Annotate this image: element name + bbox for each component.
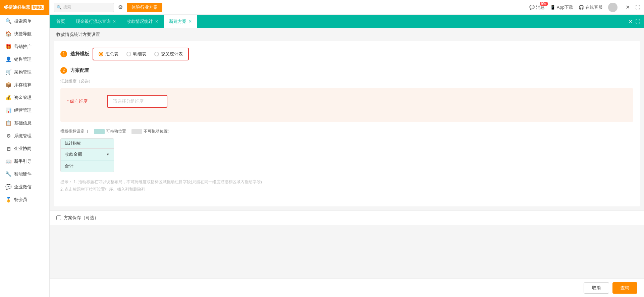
tip-1-text: 提示： 1. 拖动标题栏可以调整布局，不可跨维度或指标区域拖动栏目字段(只能在同… <box>60 179 262 186</box>
query-button[interactable]: 查询 <box>612 282 637 294</box>
sidebar-item-member[interactable]: 🏅 畅会员 <box>0 193 49 206</box>
sidebar-item-purchase[interactable]: 🛒 采购管理 <box>0 66 49 79</box>
user-icon: 👤 <box>5 56 11 62</box>
online-service-btn[interactable]: 🎧 在线客服 <box>579 4 603 10</box>
industry-btn[interactable]: 体验行业方案 <box>127 3 162 12</box>
radio-cross[interactable]: 交叉统计表 <box>154 51 183 57</box>
topbar-right: 💬 消息 99+ 📱 App下载 🎧 在线客服 ✕ ⛶ <box>529 3 640 12</box>
radio-detail[interactable]: 明细表 <box>126 51 146 57</box>
cart-icon: 🛒 <box>5 69 11 75</box>
tip-2-text: 2. 点击标题栏下拉可设置排序、插入列和删除列 <box>60 186 145 193</box>
main-card: 1 选择模板 汇总表 明细表 <box>54 41 640 206</box>
hint-draggable-label: 可拖动位置 <box>106 129 126 134</box>
save-label: 方案保存（可选） <box>64 215 99 221</box>
sidebar-item-system[interactable]: ⚙ 系统管理 <box>0 130 49 142</box>
step1-title: 选择模板 <box>70 51 89 57</box>
tip-line-2: 2. 点击标题栏下拉可设置排序、插入列和删除列 <box>60 186 633 193</box>
logo-text: 畅捷通好生意 <box>4 5 30 10</box>
sidebar-item-inventory[interactable]: 📦 库存核算 <box>0 79 49 91</box>
dimension-selector[interactable]: 请选择分组维度 <box>107 95 167 108</box>
tab-cashflow-close[interactable]: ✕ <box>113 19 116 24</box>
message-btn[interactable]: 💬 消息 99+ <box>529 4 545 10</box>
topbar-search[interactable]: 🔍 搜索 <box>54 3 114 12</box>
radio-cross-circle <box>154 52 159 56</box>
tab-collection-close[interactable]: ✕ <box>155 19 158 24</box>
metrics-subtotal: 合计 <box>61 160 114 172</box>
sidebar-item-newbie[interactable]: 📖 新手引导 <box>0 155 49 168</box>
metrics-cell-amount[interactable]: 收款金额 ▼ <box>61 149 114 160</box>
step1-num: 1 <box>60 51 67 57</box>
sidebar-item-sales[interactable]: 👤 销售管理 <box>0 53 49 66</box>
sidebar-item-label: 经营管理 <box>14 107 32 113</box>
sidebar-item-label: 快捷导航 <box>14 31 32 37</box>
app-download-btn[interactable]: 📱 App下载 <box>550 4 573 10</box>
vertical-dimension-label: * 纵向维度 <box>67 98 88 104</box>
main-area: 🔍 搜索 ⚙ 体验行业方案 💬 消息 99+ 📱 App下载 🎧 在线客服 ✕ … <box>50 0 644 297</box>
money-icon: 💰 <box>5 95 11 101</box>
tabs-right-controls: ✕ ⛶ <box>629 19 643 24</box>
sidebar-item-label: 库存核算 <box>14 82 32 88</box>
sidebar-item-label: 新手引导 <box>14 158 32 164</box>
search-icon: 🔍 <box>57 5 62 10</box>
sidebar-item-quick-nav[interactable]: 🏠 快捷导航 <box>0 28 49 40</box>
metrics-header: 统计指标 <box>61 139 114 149</box>
metrics-header-label: 统计指标 <box>65 141 81 146</box>
footer: 取消 查询 <box>50 279 644 297</box>
dimension-area: * 纵向维度 —— 请选择分组维度 <box>60 88 633 122</box>
window-expand-icon[interactable]: ⛶ <box>635 5 640 10</box>
tab-cashflow-label: 现金银行流水查询 <box>76 18 111 24</box>
search-placeholder: 搜索 <box>63 4 71 10</box>
settings-icon[interactable]: ⚙ <box>118 4 123 10</box>
tab-collection[interactable]: 收款情况统计 ✕ <box>121 15 164 28</box>
sidebar-item-capital[interactable]: 💰 资金管理 <box>0 91 49 104</box>
medal-icon: 🏅 <box>5 197 11 203</box>
online-service-label: 在线客服 <box>585 4 603 10</box>
hint-not-draggable-label: 不可拖动位置） <box>144 129 172 134</box>
sidebar-item-search[interactable]: 🔍 搜索菜单 <box>0 15 49 28</box>
content-area: 收款情况统计方案设置 1 选择模板 汇总表 <box>50 28 644 279</box>
sidebar-item-hardware[interactable]: 🔧 智能硬件 <box>0 168 49 181</box>
cancel-button[interactable]: 取消 <box>584 282 609 294</box>
tab-cashflow[interactable]: 现金银行流水查询 ✕ <box>70 15 121 28</box>
save-section: 方案保存（可选） <box>50 210 644 225</box>
chevron-down-icon: ▼ <box>106 152 110 156</box>
dimension-placeholder: 请选择分组维度 <box>113 99 144 104</box>
window-close-icon[interactable]: ✕ <box>626 4 630 10</box>
step2-title: 方案配置 <box>70 67 89 73</box>
chart-icon: 📊 <box>5 107 11 113</box>
sidebar-item-basic[interactable]: 📋 基础信息 <box>0 117 49 130</box>
metrics-setting: 模板指标设定（ 可拖动位置 不可拖动位置） <box>60 129 633 193</box>
gear-icon: ⚙ <box>5 133 11 139</box>
tab-home[interactable]: 首页 <box>51 15 70 28</box>
draggable-box <box>94 129 105 134</box>
tips-area: 提示： 1. 拖动标题栏可以调整布局，不可跨维度或指标区域拖动栏目字段(只能在同… <box>60 179 633 193</box>
sidebar-item-label: 销售管理 <box>14 56 32 62</box>
box-icon: 📦 <box>5 82 11 88</box>
radio-summary[interactable]: 汇总表 <box>99 51 118 57</box>
tip-line-1: 提示： 1. 拖动标题栏可以调整布局，不可跨维度或指标区域拖动栏目字段(只能在同… <box>60 179 633 186</box>
gift-icon: 🎁 <box>5 44 11 50</box>
message-badge: 99+ <box>540 2 548 6</box>
tab-new-plan[interactable]: 新建方案 ✕ <box>164 15 197 28</box>
sidebar-item-label: 畅会员 <box>14 197 27 203</box>
tab-expand-icon[interactable]: ⛶ <box>635 19 640 24</box>
app-icon: 📱 <box>550 5 555 10</box>
metrics-hint-row: 模板指标设定（ 可拖动位置 不可拖动位置） <box>60 129 633 134</box>
tab-home-label: 首页 <box>56 18 65 24</box>
sidebar-item-wechat[interactable]: 💬 企业微信 <box>0 181 49 193</box>
dimension-arrow: —— <box>93 99 102 104</box>
sidebar-item-corp[interactable]: 🖥 企业协同 <box>0 142 49 155</box>
step2-num: 2 <box>60 67 67 74</box>
not-draggable-box <box>131 129 142 134</box>
save-checkbox[interactable] <box>56 215 61 220</box>
dimension-section-title: 汇总维度（必选） <box>60 79 633 84</box>
sidebar-item-marketing[interactable]: 🎁 营销推广 <box>0 40 49 53</box>
sidebar-item-operation[interactable]: 📊 经营管理 <box>0 104 49 117</box>
tab-close-all-icon[interactable]: ✕ <box>629 19 633 24</box>
tabs-bar: 首页 现金银行流水查询 ✕ 收款情况统计 ✕ 新建方案 ✕ ✕ ⛶ <box>50 15 644 28</box>
radio-detail-circle <box>126 52 131 56</box>
tab-new-plan-close[interactable]: ✕ <box>189 19 192 24</box>
app-download-label: App下载 <box>557 4 573 10</box>
user-avatar[interactable] <box>608 3 618 12</box>
sidebar: 畅捷通好生意 标准版 🔍 搜索菜单 🏠 快捷导航 🎁 营销推广 👤 销售管理 🛒… <box>0 0 50 297</box>
